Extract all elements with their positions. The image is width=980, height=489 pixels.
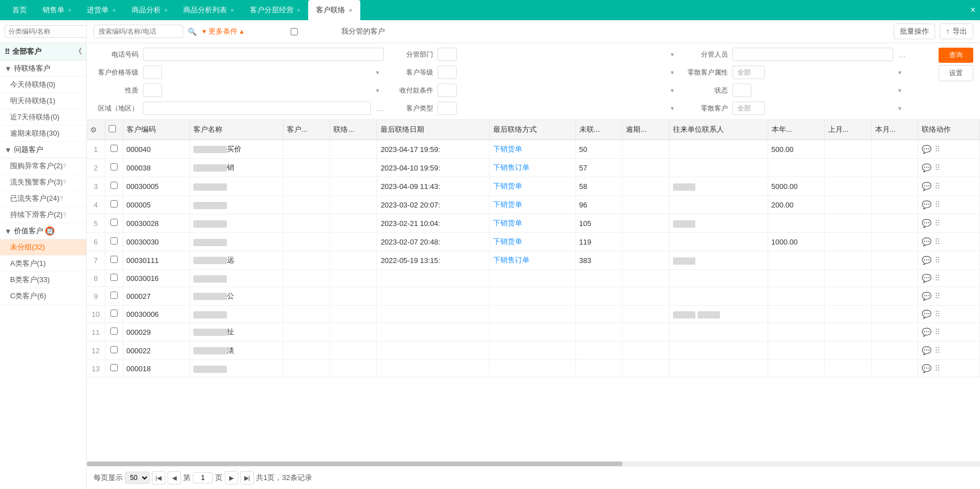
sidebar-item-lost[interactable]: 已流失客户(24) ? xyxy=(0,191,86,207)
last-page-btn[interactable]: ▶| xyxy=(240,471,254,485)
message-action-icon[interactable]: 💬 xyxy=(922,182,931,191)
message-action-icon[interactable]: 💬 xyxy=(922,274,931,283)
sidebar-item-declining[interactable]: 持续下滑客户(2) ? xyxy=(0,207,86,223)
region-input[interactable] xyxy=(143,102,371,115)
message-action-icon[interactable]: 💬 xyxy=(922,327,931,336)
message-action-icon[interactable]: 💬 xyxy=(922,200,931,209)
first-page-btn[interactable]: |◀ xyxy=(152,471,165,485)
gender-select[interactable] xyxy=(143,84,162,97)
batch-ops-btn[interactable]: 批量操作 xyxy=(894,24,935,39)
horizontal-scrollbar[interactable] xyxy=(87,462,980,466)
sidebar-item-c-class[interactable]: C类客户(6) xyxy=(0,288,86,305)
close-all-tabs[interactable]: × xyxy=(970,5,976,15)
message-action-icon[interactable]: 💬 xyxy=(922,219,931,228)
grid-action-icon[interactable]: ⠿ xyxy=(935,182,940,191)
status-select[interactable] xyxy=(732,84,751,97)
grid-action-icon[interactable]: ⠿ xyxy=(935,163,940,172)
sidebar-value-group[interactable]: ▼ 价值客户 🔄 xyxy=(0,223,86,239)
grid-action-icon[interactable]: ⠿ xyxy=(935,200,940,209)
last-method-link[interactable]: 下销货单 xyxy=(493,237,522,246)
grid-action-icon[interactable]: ⠿ xyxy=(935,145,940,154)
row-checkbox[interactable] xyxy=(110,327,118,335)
close-product-analysis-tab[interactable]: × xyxy=(164,7,168,13)
grid-action-icon[interactable]: ⠿ xyxy=(935,310,940,319)
sidebar-collapse-btn[interactable]: 《 xyxy=(75,47,82,57)
nav-tab-purchase[interactable]: 进货单 × xyxy=(79,0,123,20)
sidebar-pending-group[interactable]: ▼ 待联络客户 xyxy=(0,61,86,77)
sidebar-item-tomorrow[interactable]: 明天待联络(1) xyxy=(0,93,86,109)
sidebar-item-lost-warning[interactable]: 流失预警客户(3) ? xyxy=(0,174,86,191)
message-action-icon[interactable]: 💬 xyxy=(922,163,931,172)
sidebar-item-b-class[interactable]: B类客户(33) xyxy=(0,272,86,288)
last-method-link[interactable]: 下销货单 xyxy=(493,145,522,153)
grid-action-icon[interactable]: ⠿ xyxy=(935,327,940,336)
sidebar-search-input[interactable] xyxy=(4,25,87,38)
region-more-icon[interactable]: … xyxy=(377,104,384,113)
nav-tab-customer-tier[interactable]: 客户分层经营 × xyxy=(242,0,308,20)
sidebar-item-7days[interactable]: 近7天待联络(0) xyxy=(0,109,86,126)
settings-icon[interactable]: ⚙ xyxy=(90,126,97,134)
nav-tab-sales[interactable]: 销售单 × xyxy=(35,0,79,20)
my-customers-checkbox[interactable] xyxy=(249,28,339,35)
close-customer-tier-tab[interactable]: × xyxy=(297,7,300,13)
row-checkbox[interactable] xyxy=(110,274,118,281)
dept-select[interactable] xyxy=(438,48,457,61)
sidebar-item-today[interactable]: 今天待联络(0) xyxy=(0,77,86,93)
sidebar-item-abnormal[interactable]: 囤购异常客户(2) ? xyxy=(0,158,86,174)
last-method-link[interactable]: 下销货单 xyxy=(493,182,522,190)
message-action-icon[interactable]: 💬 xyxy=(922,145,931,154)
last-method-link[interactable]: 下销货单 xyxy=(493,219,522,227)
close-product-list-tab[interactable]: × xyxy=(230,7,234,13)
last-method-link[interactable]: 下销售订单 xyxy=(493,256,530,264)
message-action-icon[interactable]: 💬 xyxy=(922,292,931,301)
select-all-checkbox[interactable] xyxy=(109,125,116,132)
search-icon[interactable]: 🔍 xyxy=(188,27,197,36)
row-checkbox[interactable] xyxy=(110,346,118,353)
sidebar-item-ungroup[interactable]: 未分组(32) xyxy=(0,239,86,256)
export-btn[interactable]: ↑ 导出 xyxy=(940,24,973,39)
last-method-link[interactable]: 下销货单 xyxy=(493,200,522,209)
grid-action-icon[interactable]: ⠿ xyxy=(935,256,940,265)
last-method-link[interactable]: 下销售订单 xyxy=(493,163,530,172)
sidebar-item-overdue[interactable]: 逾期未联络(30) xyxy=(0,126,86,142)
message-action-icon[interactable]: 💬 xyxy=(922,237,931,246)
nav-home[interactable]: 首页 xyxy=(4,5,35,15)
row-checkbox[interactable] xyxy=(110,310,118,317)
nav-tab-customer-contact[interactable]: 客户联络 × xyxy=(308,0,360,20)
reset-button[interactable]: 设置 xyxy=(939,65,973,81)
row-checkbox[interactable] xyxy=(110,364,118,371)
close-sales-tab[interactable]: × xyxy=(68,7,71,13)
grid-action-icon[interactable]: ⠿ xyxy=(935,292,940,301)
page-input[interactable] xyxy=(193,472,213,483)
row-checkbox[interactable] xyxy=(110,182,118,189)
next-page-btn[interactable]: ▶ xyxy=(225,471,238,485)
message-action-icon[interactable]: 💬 xyxy=(922,256,931,265)
prev-page-btn[interactable]: ◀ xyxy=(168,471,181,485)
grid-action-icon[interactable]: ⠿ xyxy=(935,219,940,228)
sidebar-all-customers[interactable]: ⠿ 全部客户 《 xyxy=(0,43,86,61)
grid-action-icon[interactable]: ⠿ xyxy=(935,274,940,283)
more-conditions-btn[interactable]: ▼ 更多条件 ▲ xyxy=(201,26,245,36)
row-checkbox[interactable] xyxy=(110,237,118,245)
page-size-select[interactable]: 50 xyxy=(125,472,150,484)
payment-select[interactable] xyxy=(438,84,457,97)
message-action-icon[interactable]: 💬 xyxy=(922,346,931,355)
grid-action-icon[interactable]: ⠿ xyxy=(935,346,940,355)
message-action-icon[interactable]: 💬 xyxy=(922,310,931,319)
query-button[interactable]: 查询 xyxy=(939,48,973,63)
row-checkbox[interactable] xyxy=(110,163,118,170)
row-checkbox[interactable] xyxy=(110,256,118,263)
nav-tab-product-analysis[interactable]: 商品分析 × xyxy=(124,0,175,20)
row-checkbox[interactable] xyxy=(110,292,118,299)
search-input[interactable] xyxy=(94,25,183,38)
sidebar-item-a-class[interactable]: A类客户(1) xyxy=(0,256,86,272)
sidebar-problem-group[interactable]: ▼ 问题客户 xyxy=(0,142,86,158)
manager-input[interactable] xyxy=(732,48,893,61)
close-purchase-tab[interactable]: × xyxy=(112,7,115,13)
nav-tab-product-list[interactable]: 商品分析列表 × xyxy=(175,0,241,20)
phone-input[interactable] xyxy=(143,48,384,61)
price-level-select[interactable] xyxy=(143,66,162,79)
row-checkbox[interactable] xyxy=(110,219,118,226)
grid-action-icon[interactable]: ⠿ xyxy=(935,237,940,246)
retail-attr-select[interactable]: 全部 xyxy=(732,66,765,79)
